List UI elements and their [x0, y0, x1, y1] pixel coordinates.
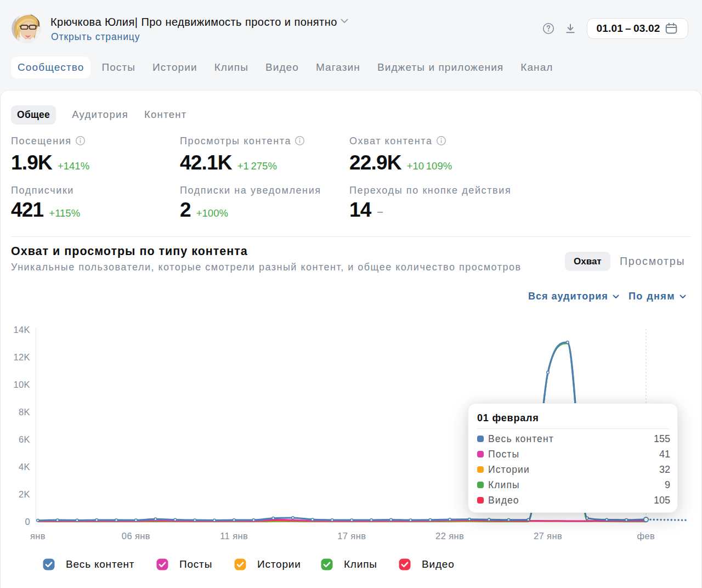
svg-text:17 янв: 17 янв: [337, 531, 366, 541]
svg-text:06 янв: 06 янв: [122, 531, 150, 541]
svg-text:27 янв: 27 янв: [534, 531, 562, 541]
svg-text:14K: 14K: [13, 325, 30, 335]
svg-text:10K: 10K: [13, 380, 30, 389]
svg-text:12K: 12K: [13, 352, 30, 362]
svg-text:6K: 6K: [19, 434, 30, 444]
svg-text:4K: 4K: [19, 462, 30, 472]
svg-text:2K: 2K: [19, 489, 30, 499]
svg-text:11 янв: 11 янв: [220, 531, 248, 541]
svg-text:0: 0: [25, 517, 30, 527]
svg-text:22 янв: 22 янв: [435, 531, 464, 541]
svg-text:8K: 8K: [19, 407, 30, 417]
svg-text:фев: фев: [637, 531, 655, 541]
svg-text:янв: янв: [30, 531, 46, 541]
